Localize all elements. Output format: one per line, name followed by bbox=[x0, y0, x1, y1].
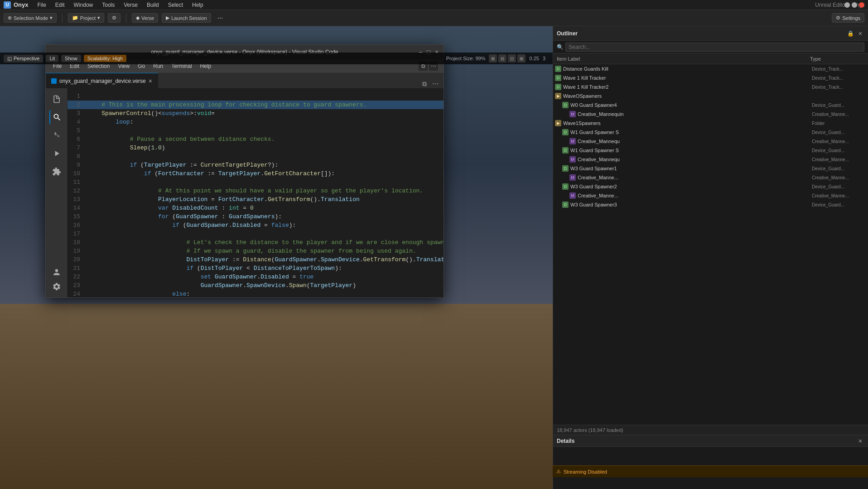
settings-button[interactable]: ⚙ Settings bbox=[832, 13, 864, 23]
list-item[interactable]: D Wave 1 Kill Tracker Device_Track... bbox=[553, 73, 868, 82]
menu-tools[interactable]: Tools bbox=[100, 1, 116, 9]
more-options-button[interactable]: ⋯ bbox=[215, 13, 226, 24]
menu-select[interactable]: Select bbox=[166, 1, 185, 9]
vp-icon-2[interactable]: ⊟ bbox=[498, 54, 506, 62]
viewport-3d[interactable]: ◱ Perspective Lit Show Scalability: High… bbox=[0, 26, 553, 489]
window-controls bbox=[844, 2, 864, 8]
list-item[interactable]: D W3 Guard Spawner2 Device_Guard... bbox=[553, 182, 868, 191]
unsaved-label: 1 Unsaved bbox=[467, 481, 491, 486]
menu-file[interactable]: File bbox=[36, 1, 48, 9]
terminal-bar: ⊡ C:\Windows\system32\cmd... bbox=[0, 465, 553, 477]
device-icon: D bbox=[555, 66, 561, 72]
code-line: 9 if (TargetPlayer := CurrentTargetPlaye… bbox=[68, 161, 444, 169]
account-icon[interactable] bbox=[49, 265, 64, 279]
main-layout: ◱ Perspective Lit Show Scalability: High… bbox=[0, 26, 868, 489]
selection-icon: ⊕ bbox=[8, 15, 12, 21]
menu-bar: U Onyx File Edit Window Tools Verse Buil… bbox=[0, 0, 868, 10]
outliner-lock-btn[interactable]: 🔒 bbox=[846, 29, 854, 38]
list-item[interactable]: M Creative_Mannequ Creative_Manne... bbox=[553, 155, 868, 164]
list-item[interactable]: M Creative_Mannequ Creative_Manne... bbox=[553, 137, 868, 146]
revision-control-button[interactable]: ⎇ Revision Control bbox=[497, 479, 549, 487]
list-item[interactable]: ▶ Wave1Spawners Folder bbox=[553, 119, 868, 128]
device-icon: D bbox=[562, 129, 569, 135]
tab-options-btn[interactable]: ⋯ bbox=[431, 79, 440, 88]
vp-icon-1[interactable]: ⊞ bbox=[489, 54, 497, 62]
list-item[interactable]: M Creative_Manne... Creative_Manne... bbox=[553, 173, 868, 182]
code-line: 14 var DisabledCount : int = 0 bbox=[68, 204, 444, 212]
list-item[interactable]: ▶ WaveOSpawners bbox=[553, 91, 868, 101]
split-editor-btn[interactable]: ⧉ bbox=[420, 79, 429, 88]
close-btn[interactable] bbox=[859, 2, 864, 8]
output-log-button[interactable]: ⊟ Output Log bbox=[59, 479, 96, 487]
vscode-active-tab[interactable]: onyx_guard_manager_device.verse × bbox=[46, 73, 158, 88]
vp-icon-4[interactable]: ⊞ bbox=[517, 54, 526, 62]
list-item[interactable]: D W0 Guard Spawner4 Device_Guard... bbox=[553, 101, 868, 110]
list-item[interactable]: D W1 Guard Spawner S Device_Guard... bbox=[553, 146, 868, 155]
code-line-highlighted: 2 # This is the main processing loop for… bbox=[68, 101, 444, 109]
app-icon: U bbox=[4, 1, 11, 9]
menu-help[interactable]: Help bbox=[190, 1, 205, 9]
menu-build[interactable]: Build bbox=[145, 1, 161, 9]
code-line: 19 # If we spawn a guard, disable the sp… bbox=[68, 247, 444, 255]
outliner-search-input[interactable] bbox=[565, 43, 864, 52]
code-line: 1 bbox=[68, 92, 444, 101]
device-icon: D bbox=[555, 75, 561, 81]
mannequin-icon: M bbox=[569, 156, 576, 163]
gear-icon[interactable] bbox=[49, 279, 64, 294]
verse-label: Verse bbox=[141, 15, 154, 21]
folder-icon: ▶ bbox=[555, 93, 561, 99]
list-item[interactable]: D W1 Guard Spawner S Device_Guard... bbox=[553, 128, 868, 137]
vp-icon-3[interactable]: ⊡ bbox=[508, 54, 516, 62]
list-item[interactable]: D W3 Guard Spawner1 Device_Guard... bbox=[553, 164, 868, 173]
launch-session-button[interactable]: ▶ Launch Session bbox=[162, 13, 211, 23]
list-item[interactable]: D Wave 1 Kill Tracker2 Device_Track... bbox=[553, 82, 868, 91]
toolbar-separator-1 bbox=[62, 14, 63, 23]
content-drawer-button[interactable]: ⊞ Content Drawer bbox=[4, 479, 52, 487]
explorer-icon[interactable] bbox=[49, 92, 64, 106]
source-control-icon[interactable] bbox=[49, 128, 64, 143]
search-activity-icon[interactable] bbox=[49, 110, 64, 125]
code-line: 22 set GuardSpawner.Disabled = true bbox=[68, 273, 444, 281]
menu-window[interactable]: Window bbox=[72, 1, 95, 9]
code-line: 15 for (GuardSpawner : GuardSpawners): bbox=[68, 212, 444, 221]
details-title: Details bbox=[557, 438, 574, 444]
minimize-btn[interactable] bbox=[844, 2, 850, 8]
grid-label: 3 bbox=[543, 56, 545, 61]
outliner-close-btn[interactable]: × bbox=[856, 29, 864, 38]
terminal-tab[interactable]: ⊡ C:\Windows\system32\cmd... bbox=[4, 467, 95, 475]
list-item[interactable]: M Creative_Mannequin Creative_Manne... bbox=[553, 110, 868, 119]
outliner-list[interactable]: D Distance Guards Kill Device_Track... D… bbox=[553, 64, 868, 425]
project-button[interactable]: 📁 Project ▾ bbox=[68, 13, 104, 23]
code-line: 20 DistToPlayer := Distance(GuardSpawner… bbox=[68, 255, 444, 264]
vscode-tab-bar: onyx_guard_manager_device.verse × ⧉ ⋯ bbox=[46, 73, 444, 88]
extensions-icon[interactable] bbox=[49, 164, 64, 179]
lit-button[interactable]: Lit bbox=[46, 55, 58, 62]
perspective-label: Perspective bbox=[14, 56, 39, 61]
perspective-icon: ◱ bbox=[7, 56, 12, 62]
build-button[interactable]: ⚙ bbox=[108, 13, 121, 23]
code-editor[interactable]: 1 2 # This is the main processing loop f… bbox=[68, 88, 444, 297]
code-line: 24 else: bbox=[68, 290, 444, 297]
list-item[interactable]: M Creative_Manne... Creative_Manne... bbox=[553, 191, 868, 200]
mannequin-icon: M bbox=[569, 111, 576, 117]
menu-verse[interactable]: Verse bbox=[122, 1, 140, 9]
perspective-button[interactable]: ◱ Perspective bbox=[4, 55, 43, 62]
show-label: Show bbox=[65, 56, 77, 61]
run-debug-icon[interactable] bbox=[49, 146, 64, 161]
maximize-btn[interactable] bbox=[852, 2, 857, 8]
mannequin-icon: M bbox=[569, 138, 576, 144]
toolbar-separator-2 bbox=[126, 14, 126, 23]
verse-button[interactable]: ◆ Verse bbox=[132, 13, 158, 23]
show-button[interactable]: Show bbox=[61, 55, 81, 62]
right-panel: Outliner 🔒 × 🔍 Item Label Type D Distanc… bbox=[553, 26, 868, 489]
content-drawer-label: Content Drawer bbox=[13, 481, 48, 486]
details-close-btn[interactable]: × bbox=[856, 437, 864, 445]
outliner-header: Outliner 🔒 × bbox=[553, 26, 868, 41]
app-name: Onyx bbox=[14, 1, 29, 8]
menu-edit[interactable]: Edit bbox=[53, 1, 67, 9]
selection-mode-button[interactable]: ⊕ Selection Mode ▾ bbox=[4, 13, 57, 23]
scalability-button[interactable]: Scalability: High bbox=[84, 55, 126, 62]
list-item[interactable]: D W3 Guard Spawner3 Device_Guard... bbox=[553, 200, 868, 209]
list-item[interactable]: D Distance Guards Kill Device_Track... bbox=[553, 64, 868, 73]
close-tab-btn[interactable]: × bbox=[149, 77, 152, 85]
